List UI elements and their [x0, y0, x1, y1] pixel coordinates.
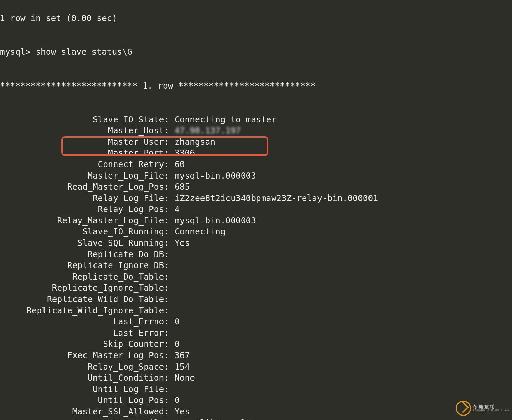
- status-row: Replicate_Ignore_DB:: [0, 260, 512, 271]
- mysql-command[interactable]: show slave status\G: [36, 47, 132, 58]
- field-value: iZ2zee8t2icu340bpmaw23Z-relay-bin.000001: [169, 193, 378, 204]
- status-row: Replicate_Ignore_Table:: [0, 282, 512, 294]
- field-label: Replicate_Wild_Ignore_Table:: [0, 305, 169, 317]
- field-value: [169, 384, 175, 395]
- field-value: 60: [169, 159, 185, 170]
- field-value: 685: [169, 181, 190, 193]
- field-value: Connecting: [169, 226, 226, 238]
- field-value: mysql-bin.000003: [169, 215, 256, 227]
- field-label: Exec_Master_Log_Pos:: [0, 350, 169, 361]
- row-separator: *************************** 1. row *****…: [0, 80, 316, 92]
- field-label: Replicate_Do_DB:: [0, 249, 169, 260]
- field-value: 0: [169, 316, 180, 328]
- field-label: Slave_IO_Running:: [0, 226, 169, 238]
- status-row: Master_SSL_Allowed:Yes: [0, 406, 512, 418]
- field-label: Relay_Master_Log_File:: [0, 215, 169, 227]
- status-row: Relay_Log_Space:154: [0, 361, 512, 373]
- status-row: Slave_IO_State:Connecting to master: [0, 114, 512, 126]
- field-label: Until_Condition:: [0, 372, 169, 384]
- field-label: Slave_SQL_Running:: [0, 238, 169, 249]
- field-label: Last_Errno:: [0, 316, 169, 328]
- field-label: Until_Log_Pos:: [0, 395, 169, 406]
- field-label: Relay_Log_Space:: [0, 361, 169, 373]
- field-value: 0: [169, 395, 180, 406]
- prev-output-fragment: 1 row in set (0.00 sec): [0, 13, 117, 24]
- field-value: zhangsan: [169, 137, 215, 148]
- terminal-output: 1 row in set (0.00 sec) mysql> show slav…: [0, 0, 512, 420]
- field-label: Master_Log_File:: [0, 170, 169, 182]
- status-row: Last_Errno:0: [0, 316, 512, 328]
- field-label: Master_Host:: [0, 125, 169, 137]
- field-value: 0: [169, 339, 180, 350]
- field-label: Master_User:: [0, 137, 169, 148]
- field-label: Read_Master_Log_Pos:: [0, 181, 169, 193]
- status-row: Replicate_Wild_Ignore_Table:: [0, 305, 512, 317]
- status-row: Master_Log_File:mysql-bin.000003: [0, 170, 512, 182]
- field-label: Relay_Log_Pos:: [0, 204, 169, 215]
- field-value: [169, 282, 175, 294]
- watermark-logo-icon: [456, 401, 471, 416]
- field-label: Replicate_Do_Table:: [0, 271, 169, 283]
- field-value: Yes: [169, 238, 190, 249]
- field-value: [169, 328, 175, 339]
- status-row: Replicate_Do_Table:: [0, 271, 512, 283]
- field-value: mysql-bin.000003: [169, 170, 256, 182]
- status-row: Relay_Log_File:iZ2zee8t2icu340bpmaw23Z-r…: [0, 193, 512, 204]
- status-row: Slave_IO_Running:Connecting: [0, 226, 512, 238]
- status-row: Read_Master_Log_Pos:685: [0, 181, 512, 193]
- field-value: None: [169, 372, 195, 384]
- status-row: Connect_Retry:60: [0, 159, 512, 170]
- field-label: Replicate_Wild_Do_Table:: [0, 294, 169, 305]
- watermark-text-main: 创新互联: [473, 404, 509, 409]
- field-value: Yes: [169, 406, 190, 418]
- field-value: 4: [169, 204, 180, 215]
- status-row: Slave_SQL_Running:Yes: [0, 238, 512, 249]
- watermark: 创新互联 CHUANG XIN HU LIAN: [456, 401, 509, 416]
- field-label: Last_Error:: [0, 328, 169, 339]
- status-row: Last_Error:: [0, 328, 512, 339]
- status-row: Exec_Master_Log_Pos:367: [0, 350, 512, 361]
- field-label: Replicate_Ignore_Table:: [0, 282, 169, 294]
- status-row: Master_User:zhangsan: [0, 137, 512, 148]
- field-value: [169, 294, 175, 305]
- field-value: 367: [169, 350, 190, 361]
- status-row: Master_Port:3306: [0, 148, 512, 159]
- status-row: Until_Condition:None: [0, 372, 512, 384]
- field-label: Skip_Counter:: [0, 339, 169, 350]
- field-label: Slave_IO_State:: [0, 114, 169, 126]
- field-value: 3306: [169, 148, 195, 159]
- field-value: 154: [169, 361, 190, 373]
- field-label: Replicate_Ignore_DB:: [0, 260, 169, 271]
- field-label: Master_SSL_CA_File:: [0, 418, 169, 420]
- status-row: Skip_Counter:0: [0, 339, 512, 350]
- field-value: [169, 271, 175, 283]
- field-label: Master_Port:: [0, 148, 169, 159]
- watermark-text-sub: CHUANG XIN HU LIAN: [473, 409, 509, 412]
- field-value: [169, 305, 175, 317]
- status-row: Relay_Master_Log_File:mysql-bin.000003: [0, 215, 512, 227]
- status-row: Relay_Log_Pos:4: [0, 204, 512, 215]
- mysql-prompt: mysql>: [0, 47, 31, 58]
- field-label: Connect_Retry:: [0, 159, 169, 170]
- field-value: [169, 249, 175, 260]
- field-label: Master_SSL_Allowed:: [0, 406, 169, 418]
- field-value: 47.98.137.197: [169, 125, 241, 137]
- field-value: Connecting to master: [169, 114, 276, 126]
- status-row: Master_Host:47.98.137.197: [0, 125, 512, 137]
- field-label: Relay_Log_File:: [0, 193, 169, 204]
- status-row: Replicate_Wild_Do_Table:: [0, 294, 512, 305]
- status-row: Until_Log_Pos:0: [0, 395, 512, 406]
- field-label: Until_Log_File:: [0, 384, 169, 395]
- field-value: [169, 260, 175, 271]
- field-value: /var/lib/mysql/ca.pem: [169, 418, 282, 420]
- status-row: Master_SSL_CA_File:/var/lib/mysql/ca.pem: [0, 418, 512, 420]
- status-row: Until_Log_File:: [0, 384, 512, 395]
- status-row: Replicate_Do_DB:: [0, 249, 512, 260]
